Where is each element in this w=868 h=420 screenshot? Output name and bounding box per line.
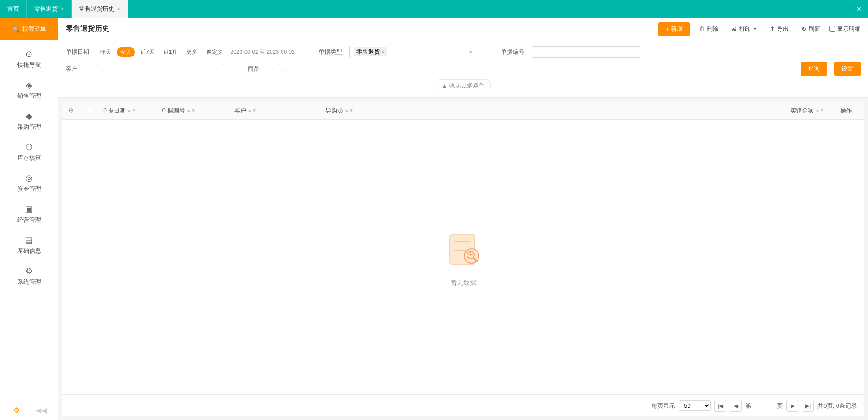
export-label: 导出 [777, 25, 789, 33]
tab-list: 首页 零售退货 × 零售退货历史 × [0, 0, 850, 18]
delete-button[interactable]: 🗑 删除 [695, 23, 722, 35]
per-page-select[interactable]: 50 10 20 100 [679, 400, 711, 411]
table-select-all[interactable] [80, 108, 98, 113]
tab-return-label: 零售退货 [34, 5, 58, 13]
date-opt-7days[interactable]: 近7天 [137, 47, 158, 57]
basic-info-icon: ▤ [25, 235, 33, 245]
page-actions: + 新增 🗑 删除 🖨 打印 ▼ ⬆ 导出 ↻ 刷新 [658, 22, 861, 36]
empty-illustration [441, 228, 486, 273]
system-mgmt-icon: ⚙ [26, 266, 33, 276]
export-icon: ⬆ [770, 26, 775, 32]
sidebar-item-inventory-label: 库存核算 [17, 154, 41, 162]
th-customer-sort-icon[interactable]: ▲▼ [247, 108, 257, 113]
display-checkbox[interactable] [829, 26, 835, 32]
refresh-button[interactable]: ↻ 刷新 [798, 23, 824, 35]
refresh-label: 刷新 [808, 25, 820, 33]
new-button[interactable]: + 新增 [658, 22, 690, 36]
sidebar-item-sales-mgmt[interactable]: ◈ 销售管理 [0, 75, 58, 106]
th-date: 单据日期 ▲▼ [98, 107, 158, 115]
page-title: 零售退货历史 [66, 24, 109, 34]
display-switch[interactable]: 显示明细 [829, 25, 861, 33]
sidebar-item-inventory[interactable]: ⬡ 库存核算 [0, 137, 58, 168]
date-opt-today[interactable]: 今天 [117, 47, 135, 57]
th-date-sort-icon[interactable]: ▲▼ [127, 108, 136, 113]
date-range-display: 2023-06-02 至 2023-06-02 [230, 48, 294, 56]
empty-state: 暂无数据 [62, 120, 864, 394]
sidebar-search[interactable]: 🔍 搜索菜单 [0, 18, 58, 40]
sidebar-nav: ⊙ 快捷导航 ◈ 销售管理 ◆ 采购管理 ⬡ 库存核算 ◎ 资金管理 ▣ 经营管… [0, 40, 58, 400]
sidebar-item-purchase-mgmt-label: 采购管理 [17, 123, 41, 131]
delete-icon: 🗑 [699, 26, 705, 32]
tab-return-history-label: 零售退货历史 [79, 5, 114, 13]
tab-home-label: 首页 [7, 5, 19, 13]
collapse-label: 收起更多条件 [449, 82, 485, 90]
sidebar-item-system-mgmt[interactable]: ⚙ 系统管理 [0, 261, 58, 292]
th-date-label: 单据日期 [102, 107, 126, 115]
sidebar-search-label: 搜索菜单 [22, 25, 46, 33]
date-opt-custom[interactable]: 自定义 [203, 47, 226, 57]
ops-mgmt-icon: ▣ [25, 204, 33, 214]
page-next-button[interactable]: ▶ [786, 400, 798, 412]
page-header: 零售退货历史 + 新增 🗑 删除 🖨 打印 ▼ ⬆ 导出 ↻ [58, 18, 868, 40]
per-page-label: 每页显示 [652, 402, 675, 410]
table-header: ⚙ 单据日期 ▲▼ 单据编号 ▲▼ 客户 ▲▼ 导购员 [62, 102, 864, 120]
query-button[interactable]: 查询 [801, 62, 827, 76]
window-close-button[interactable]: × [850, 0, 868, 18]
tab-return-history-close[interactable]: × [117, 6, 120, 12]
sidebar-item-quick-nav-label: 快捷导航 [17, 61, 41, 69]
sidebar-settings-button[interactable]: ⚙ [9, 403, 24, 418]
page-first-button[interactable]: |◀ [714, 400, 726, 412]
sidebar-item-finance[interactable]: ◎ 资金管理 [0, 168, 58, 199]
tab-home[interactable]: 首页 [0, 0, 27, 18]
page-number-input[interactable]: 1 [755, 401, 773, 410]
customer-placeholder: ... [101, 66, 106, 72]
table-settings-button[interactable]: ⚙ [62, 102, 80, 120]
print-button[interactable]: 🖨 打印 ▼ [728, 23, 761, 35]
doc-type-dropdown-icon: ▼ [468, 50, 473, 55]
print-dropdown-icon: ▼ [753, 26, 757, 31]
customer-select[interactable]: ... [97, 64, 224, 74]
filter-row-2: 客户 ... 商品 ... 查询 设置 [66, 62, 861, 76]
sidebar-item-quick-nav[interactable]: ⊙ 快捷导航 [0, 44, 58, 75]
sidebar-item-system-mgmt-label: 系统管理 [17, 278, 41, 286]
date-opt-more[interactable]: 更多 [183, 47, 201, 57]
content-area: 零售退货历史 + 新增 🗑 删除 🖨 打印 ▼ ⬆ 导出 ↻ [58, 18, 868, 420]
th-customer-label: 客户 [234, 107, 246, 115]
doc-type-tag-label: 零售退货 [356, 48, 380, 56]
goods-select[interactable]: ... [279, 64, 406, 74]
th-ops-label: 操作 [840, 107, 852, 115]
th-guide-sort-icon[interactable]: ▲▼ [344, 108, 354, 113]
th-customer: 客户 ▲▼ [231, 107, 322, 115]
tab-return[interactable]: 零售退货 × [27, 0, 72, 18]
collapse-button[interactable]: ▲ 收起更多条件 [436, 79, 491, 92]
page-prev-button[interactable]: ◀ [730, 400, 742, 412]
setting-button[interactable]: 设置 [834, 62, 861, 76]
sidebar-item-basic-info[interactable]: ▤ 基础信息 [0, 230, 58, 261]
tab-return-close[interactable]: × [61, 6, 64, 12]
doc-type-tag-close[interactable]: × [381, 49, 384, 55]
doc-no-input[interactable] [532, 46, 641, 58]
sidebar-volume-button[interactable]: ◀◀ [34, 403, 49, 418]
date-opt-1month[interactable]: 近1月 [160, 47, 181, 57]
sidebar-item-purchase-mgmt[interactable]: ◆ 采购管理 [0, 106, 58, 137]
export-button[interactable]: ⬆ 导出 [766, 23, 792, 35]
page-last-button[interactable]: ▶| [802, 400, 814, 412]
date-opt-yesterday[interactable]: 昨天 [97, 47, 115, 57]
page-suffix: 页 [777, 402, 783, 410]
purchase-mgmt-icon: ◆ [26, 111, 32, 121]
th-no-label: 单据编号 [161, 107, 185, 115]
select-all-checkbox[interactable] [87, 108, 92, 113]
sidebar-item-ops-mgmt[interactable]: ▣ 经营管理 [0, 199, 58, 230]
top-bar: 首页 零售退货 × 零售退货历史 × × [0, 0, 868, 18]
sales-mgmt-icon: ◈ [26, 80, 32, 90]
th-amount-label: 实销金额 [790, 107, 814, 115]
sidebar-item-sales-mgmt-label: 销售管理 [17, 92, 41, 100]
doc-type-select[interactable]: 零售退货 × ▼ [349, 46, 477, 58]
finance-icon: ◎ [26, 173, 33, 183]
quick-nav-icon: ⊙ [26, 49, 32, 59]
tab-return-history[interactable]: 零售退货历史 × [72, 0, 128, 18]
th-no-sort-icon[interactable]: ▲▼ [186, 108, 195, 113]
sidebar-item-finance-label: 资金管理 [17, 185, 41, 193]
empty-text: 暂无数据 [451, 279, 476, 287]
th-amount-sort-icon[interactable]: ▲▼ [815, 108, 824, 113]
